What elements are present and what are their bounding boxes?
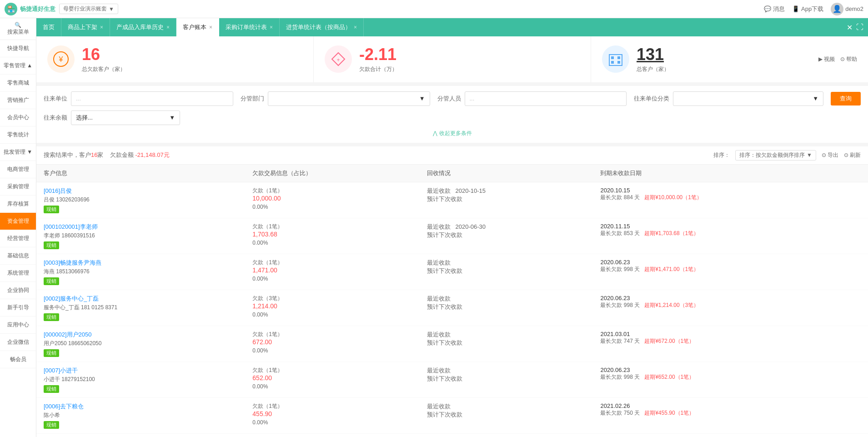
filter-dept-select[interactable]: ▼ [268,91,430,106]
debt-amount[interactable]: 455.90 [252,410,412,417]
sidebar-item-collaboration[interactable]: 企业协同 [0,282,36,299]
sidebar-item-ecommerce[interactable]: 电商管理 [0,161,36,178]
overdue-amount-link[interactable]: 超期¥1,214.00（3笔） [644,302,699,308]
sort-option: 排序：按欠款金额倒序排序 [739,151,805,159]
sidebar-label: 批发管理 ▼ [4,149,32,155]
tab-product-listing[interactable]: 商品上下架 × [61,18,110,36]
stat-number-total-customers: 131 [637,45,669,64]
industry-selector[interactable]: 母婴行业演示账套 ▼ [59,4,118,14]
sidebar-item-operations[interactable]: 经营管理 [0,230,36,247]
stat-number-debt-total: -2.11 [359,45,397,64]
tab-inbound-history[interactable]: 产成品入库单历史 × [110,18,176,36]
sidebar-label: 零售统计 [7,131,29,138]
customer-info-cell: [000002]用户2050 用户2050 18665062050 现销 [36,326,245,362]
tab-close-icon[interactable]: × [270,24,273,30]
tab-purchase-order-stats[interactable]: 采购订单统计表 × [219,18,280,36]
tab-close-icon[interactable]: × [209,24,212,30]
filter-category-select[interactable]: ▼ [673,91,823,106]
table-row: [0006]去下粮仓 陈小希 现销 欠款（1笔） 455.90 0.00% 最近… [36,397,868,433]
debt-amount[interactable]: 10,000.00 [252,195,412,202]
customer-info-cell: [000001]黄思源 黄思源 13552700226 现销 [36,433,245,437]
debt-count: 欠款（1笔） [252,187,412,195]
debt-amount[interactable]: 652.00 [252,374,412,382]
tab-close-icon[interactable]: × [166,24,170,30]
stat-card-actions: ▶ 视频 ⊙ 帮助 [818,55,857,63]
customer-id-link[interactable]: [0006]去下粮仓 [44,402,238,411]
tab-close-icon[interactable]: × [354,24,357,30]
last-collection-label: 最近收款 [427,295,586,303]
customer-id-link[interactable]: [0001020001]李老师 [44,223,238,231]
due-date-cell: 2020.06.23 最长欠款 998 天 超期¥1,214.00（3笔） [593,290,868,326]
customer-id-link[interactable]: [0016]吕俊 [44,187,238,195]
customer-id-link[interactable]: [0002]服务中心_丁磊 [44,295,238,303]
filter-balance-select[interactable]: 选择... ▼ [71,111,180,125]
overdue-amount-link[interactable]: 超期¥652.00（1笔） [644,374,694,380]
debt-amount[interactable]: 1,471.00 [252,266,412,274]
sidebar-label: 电商管理 [7,166,29,172]
sidebar-item-system[interactable]: 系统管理 [0,265,36,282]
refresh-button[interactable]: ⊙ 刷新 [844,151,861,159]
due-date-cell: 2021.02.26 最长欠款 750 天 超期¥455.90（1笔） [593,397,868,433]
debt-count: 欠款（1笔） [252,259,412,266]
user-profile[interactable]: 👤 demo2 [831,3,863,15]
customer-status-badge: 现销 [44,421,59,429]
tab-inbound-stats[interactable]: 进货单统计表（按商品） × [280,18,364,36]
sidebar-item-wholesale[interactable]: 批发管理 ▼ [0,144,36,161]
overdue-amount-link[interactable]: 超期¥1,471.00（1笔） [644,266,699,272]
debt-amount[interactable]: 1,214.00 [252,302,412,310]
app-wrapper: 🏪 畅捷通好生意 母婴行业演示账套 ▼ 💬 消息 📱 App下载 👤 dem [0,0,868,437]
debt-percent: 0.00% [252,240,412,246]
avatar: 👤 [831,3,843,15]
overdue-amount-link[interactable]: 超期¥455.90（1笔） [644,410,694,416]
sort-select[interactable]: 排序：按欠款金额倒序排序 ▼ [735,150,816,161]
export-label: 导出 [828,151,838,159]
overdue-amount-link[interactable]: 超期¥672.00（1笔） [644,338,694,344]
sidebar-item-retail-mall[interactable]: 零售商城 [0,75,36,92]
sidebar-item-guide[interactable]: 新手引导 [0,299,36,316]
filter-person-input[interactable]: ... [465,91,627,106]
chevron-down-icon: ▼ [813,95,818,102]
query-button[interactable]: 查询 [831,92,861,105]
sidebar-item-member[interactable]: 会员中心 [0,109,36,126]
collection-cell: 最近收款 预计下次收款 [420,254,593,290]
filter-supplier-input[interactable]: ... [71,91,233,106]
debt-amount[interactable]: 672.00 [252,338,412,346]
sidebar-item-basic-info[interactable]: 基础信息 [0,247,36,265]
sidebar-item-finance[interactable]: 资金管理 [0,213,36,230]
customer-id-link[interactable]: [0003]畅捷服务尹海燕 [44,259,238,267]
overdue-amount-link[interactable]: 超期¥10,000.00（1笔） [644,194,702,201]
customer-info-cell: [0007]小进干 小进干 18279152100 现销 [36,362,245,397]
tab-close-icon[interactable]: × [100,24,103,30]
sidebar-item-retail-stats[interactable]: 零售统计 [0,126,36,144]
due-date: 2020.06.23 [600,295,861,301]
customer-id-link[interactable]: [000002]用户2050 [44,331,238,339]
collapse-row[interactable]: ⋀ 收起更多条件 [44,130,861,137]
overdue-amount-link[interactable]: 超期¥1,703.68（1笔） [644,230,699,236]
message-action[interactable]: 💬 消息 [764,5,785,13]
sidebar-item-retail-manage[interactable]: 零售管理 ▲ [0,57,36,75]
tab-expand-btn[interactable]: ⛶ [856,23,863,31]
tab-customer-account[interactable]: 客户账本 × [176,18,219,36]
customer-id-link[interactable]: [0007]小进干 [44,367,238,375]
sidebar-item-inventory[interactable]: 库存核算 [0,196,36,213]
sidebar-item-purchase[interactable]: 采购管理 [0,178,36,196]
tab-home[interactable]: 首页 [36,18,61,36]
table-row: [000002]用户2050 用户2050 18665062050 现销 欠款（… [36,326,868,362]
sidebar-search[interactable]: 🔍 搜索菜单 [0,18,36,40]
help-action[interactable]: ⊙ 帮助 [840,55,857,63]
app-download-action[interactable]: 📱 App下载 [792,5,823,13]
stat-card-total-customers: 131 总客户（家） ▶ 视频 ⊙ 帮助 [591,36,868,82]
export-button[interactable]: ⊙ 导出 [822,151,838,159]
debt-amount[interactable]: 1,703.68 [252,231,412,238]
video-action[interactable]: ▶ 视频 [818,55,835,63]
table-container: 客户信息 欠款交易信息（占比） 回收情况 到期未收款日期 [0016]吕俊 吕俊… [36,165,868,437]
sidebar-item-marketing[interactable]: 营销推广 [0,92,36,109]
sidebar-item-member-plus[interactable]: 畅会员 [0,351,36,368]
sidebar-item-app-center[interactable]: 应用中心 [0,316,36,334]
sidebar-item-wecom[interactable]: 企业微信 [0,334,36,351]
debt-info-cell: 欠款（1笔） 455.90 0.00% [245,397,419,433]
last-collection-label: 最近收款 [427,331,586,339]
sidebar-item-quick-nav[interactable]: 快捷导航 [0,40,36,57]
debt-info-cell: 欠款（1笔） 10,000.00 0.00% [245,182,419,218]
tab-close-all-btn[interactable]: ✕ [847,23,853,32]
